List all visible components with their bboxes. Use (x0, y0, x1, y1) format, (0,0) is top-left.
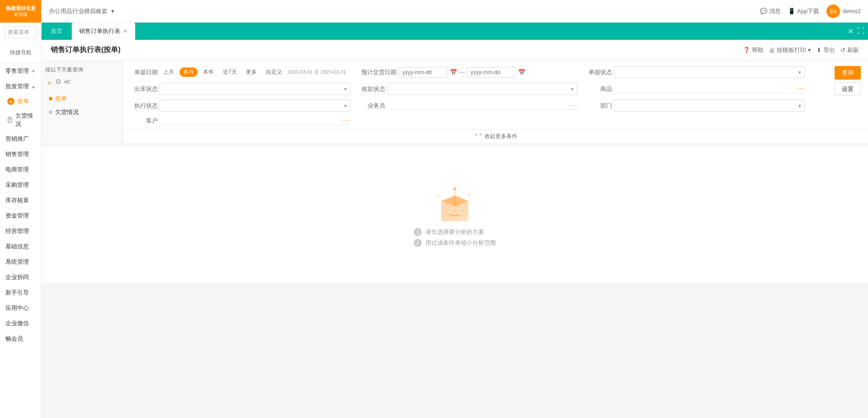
status-select[interactable] (614, 66, 805, 78)
date-tab-custom[interactable]: 自定义 (262, 67, 286, 77)
sidebar-item-label: 企业微信 (5, 319, 29, 328)
sidebar-sub-item-andan[interactable]: ● 按单 (0, 94, 41, 109)
scheme-item-qhqk[interactable]: 欠货情况 (45, 105, 119, 119)
edit-scheme-icon[interactable]: ⚙ (55, 77, 61, 88)
date-tab-this-month[interactable]: 本月 (179, 67, 198, 77)
date-tab-7days[interactable]: 近7天 (219, 67, 241, 77)
phone-icon: 📱 (788, 8, 795, 14)
sidebar-item-sales[interactable]: 销售管理 (0, 147, 41, 162)
dept-label: 部门 (583, 102, 612, 110)
collapse-scheme-icon[interactable]: ≪ (63, 77, 71, 88)
add-scheme-icon[interactable]: ＋ (45, 77, 53, 88)
collection-status-select[interactable] (387, 83, 578, 95)
sidebar-item-finance[interactable]: 资金管理 (0, 208, 41, 223)
out-status-label: 出库状态 (128, 85, 158, 93)
sidebar-item-wholesale[interactable]: 批发管理 (0, 79, 41, 94)
step-num-1: 1 (414, 228, 422, 236)
message-icon-area[interactable]: 💬 消息 (760, 7, 781, 15)
sidebar-item-system[interactable]: 系统管理 (0, 254, 41, 270)
close-tab-action[interactable]: ✕ (848, 27, 854, 36)
filter-row-1: 单据日期 上月 本月 本年 近7天 更多 自定义 20 (128, 66, 805, 78)
out-status-select[interactable] (160, 83, 350, 95)
query-button[interactable]: 查询 (835, 66, 861, 80)
date-label: 单据日期 (128, 68, 158, 76)
svg-text:✦: ✦ (463, 220, 466, 224)
scheme-dot (49, 97, 52, 100)
exec-status-label: 执行状态 (128, 102, 158, 110)
sidebar-item-marketing[interactable]: 营销推广 (0, 131, 41, 147)
sub-item-label: 按单 (17, 97, 29, 105)
collection-status-wrapper (387, 83, 578, 95)
top-header: 办公用品行业模拟账套 ▾ 💬 消息 📱 App下载 Ea demo2 (42, 0, 868, 23)
date-tab-more[interactable]: 更多 (242, 67, 260, 77)
page-title: 销售订单执行表(按单) (51, 45, 121, 55)
salesperson-more-icon[interactable]: ··· (570, 101, 577, 109)
expand-tab-action[interactable]: ⛶ (857, 27, 864, 35)
scheme-title-text: 按以下方案查询 (45, 66, 83, 74)
sidebar-sub-item-qhqk[interactable]: ● 欠货情况 (0, 109, 41, 131)
header-right: 💬 消息 📱 App下载 Ea demo2 (760, 5, 861, 18)
sidebar-item-inventory[interactable]: 库存核算 (0, 193, 41, 208)
expected-date-end[interactable] (467, 67, 516, 78)
filter-right-actions: 查询 设置 (835, 66, 861, 96)
sidebar-item-purchase[interactable]: 采购管理 (0, 177, 41, 193)
user-area[interactable]: Ea demo2 (826, 5, 861, 18)
sidebar-item-newbie[interactable]: 新手引导 (0, 285, 41, 300)
customer-more-icon[interactable]: ··· (343, 116, 350, 124)
sidebar-item-ecommerce[interactable]: 电商管理 (0, 162, 41, 177)
sidebar-item-basic-info[interactable]: 基础信息 (0, 239, 41, 254)
help-button[interactable]: ❓ 帮助 (743, 46, 764, 54)
sub-item-icon: ● (7, 98, 14, 105)
search-menu-button[interactable]: 搜索菜单 (5, 26, 37, 38)
filter-col-exec-status: 执行状态 (128, 100, 350, 112)
industry-dropdown[interactable]: ▾ (111, 8, 114, 14)
sidebar-item-appstore[interactable]: 应用中心 (0, 300, 41, 316)
filter-row-3: 执行状态 业务员 ··· (128, 100, 805, 112)
out-status-wrapper (160, 83, 350, 95)
salesperson-input-area: ··· (387, 101, 578, 110)
sidebar-item-label: 电商管理 (5, 166, 29, 174)
status-select-wrapper (614, 66, 805, 78)
calendar-icon-end[interactable]: 📅 (518, 69, 525, 76)
sidebar-item-member[interactable]: 畅会员 (0, 331, 41, 347)
filter-fields: 单据日期 上月 本月 本年 近7天 更多 自定义 20 (123, 61, 868, 125)
tab-home[interactable]: 首页 (42, 23, 72, 40)
sidebar-item-label: 基础信息 (5, 242, 29, 251)
goods-label: 商品 (583, 85, 612, 93)
exec-status-select[interactable] (160, 100, 350, 112)
calendar-icon-start[interactable]: 📅 (450, 69, 457, 76)
customer-label: 客户 (128, 117, 158, 125)
user-name: demo2 (843, 8, 861, 14)
sidebar-item-wechat[interactable]: 企业微信 (0, 316, 41, 331)
refresh-label: 刷新 (847, 46, 859, 54)
date-tab-this-year[interactable]: 本年 (199, 67, 217, 77)
customer-input-area: ··· (160, 116, 350, 125)
date-tabs: 上月 本月 本年 近7天 更多 自定义 (160, 67, 286, 77)
date-tab-last-month[interactable]: 上月 (160, 67, 178, 77)
tab-sales-exec[interactable]: 销售订单执行表 ✕ (72, 23, 135, 40)
settings-button[interactable]: 设置 (835, 82, 861, 96)
export-button[interactable]: ⬇ 导出 (816, 46, 835, 54)
collapse-bar[interactable]: ⌃⌃ 收起更多条件 (123, 129, 868, 143)
goods-input-area: ··· (614, 85, 805, 93)
dept-select[interactable] (614, 100, 805, 112)
sidebar-item-corp-collab[interactable]: 企业协同 (0, 270, 41, 285)
print-button[interactable]: 🖨 按模板打印 ▾ (769, 46, 811, 54)
refresh-button[interactable]: ↺ 刷新 (840, 46, 859, 54)
tab-close-icon[interactable]: ✕ (123, 28, 127, 34)
filter-col-collection: 收款状态 (356, 83, 578, 95)
expected-date-start[interactable] (398, 67, 448, 78)
collection-status-label: 收款状态 (356, 85, 385, 93)
quick-nav-item[interactable]: 快捷导航 (0, 45, 41, 60)
sidebar-item-operations[interactable]: 经营管理 (0, 223, 41, 239)
sidebar-item-retail[interactable]: 零售管理 (0, 63, 41, 79)
message-icon: 💬 (760, 8, 767, 14)
page-content: 销售订单执行表(按单) ❓ 帮助 🖨 按模板打印 ▾ ⬇ 导出 ↺ 刷新 (42, 40, 868, 418)
message-label: 消息 (769, 7, 781, 15)
page-header-actions: ❓ 帮助 🖨 按模板打印 ▾ ⬇ 导出 ↺ 刷新 (743, 46, 859, 54)
svg-text:✦: ✦ (467, 192, 471, 197)
scheme-item-andan[interactable]: 按单 (45, 92, 119, 105)
svg-point-6 (449, 209, 451, 211)
app-download-area[interactable]: 📱 App下载 (788, 7, 819, 15)
goods-more-icon[interactable]: ··· (797, 85, 805, 93)
